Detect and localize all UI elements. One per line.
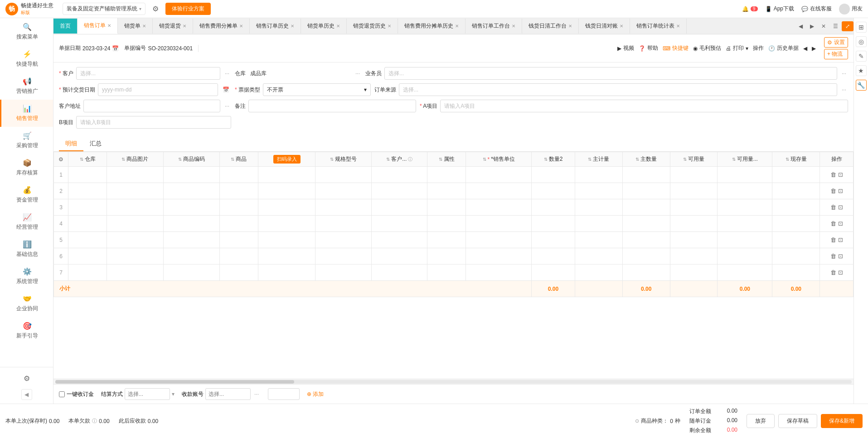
calendar-icon[interactable]: 📅 (112, 45, 119, 52)
warehouse-dots-btn[interactable]: ··· (354, 70, 362, 77)
video-btn[interactable]: ▶ 视频 (617, 44, 634, 52)
salesrep-dots-btn[interactable]: ··· (840, 70, 848, 77)
tab-expense-history[interactable]: 销售费用分摊单历史 ✕ (398, 19, 466, 34)
tab-close-invoice[interactable]: ✕ (142, 24, 146, 29)
row-delete-icon[interactable]: 🗑 (830, 204, 836, 211)
receipt-acct-dots-btn[interactable]: ··· (252, 391, 261, 397)
print-btn[interactable]: 🖨 打印 ▾ (726, 44, 748, 52)
tab-invoice[interactable]: 销货单 ✕ (118, 19, 153, 34)
tab-close-return-history[interactable]: ✕ (388, 24, 391, 29)
right-target-icon[interactable]: ◎ (856, 36, 867, 47)
tab-return-history[interactable]: 销货退货历史 ✕ (347, 19, 398, 34)
tab-close-order-history[interactable]: ✕ (291, 24, 294, 29)
tab-return[interactable]: 销货退货 ✕ (153, 19, 193, 34)
notification-btn[interactable]: 🔔 9 9 (742, 6, 758, 12)
tab-order-history[interactable]: 销售订单历史 ✕ (250, 19, 301, 34)
row-copy-icon[interactable]: ⊡ (838, 220, 843, 227)
tab-summary[interactable]: 汇总 (83, 137, 108, 151)
sidebar-item-enterprise[interactable]: 🤝 企业协同 (0, 290, 53, 317)
system-selector[interactable]: 装备及固定资产辅助管理系统 ▾ (63, 3, 145, 15)
row-copy-icon[interactable]: ⊡ (838, 269, 843, 276)
amount-input[interactable]: 0.00 (268, 388, 300, 400)
remarks-input[interactable] (248, 100, 416, 112)
customer-dots-btn[interactable]: ··· (223, 70, 231, 77)
online-service-btn[interactable]: 💬 在线客服 (801, 5, 832, 13)
horizontal-scrollbar[interactable] (53, 379, 853, 384)
operate-btn[interactable]: 操作 (753, 44, 764, 52)
help-btn[interactable]: ❓ 帮助 (639, 44, 658, 52)
tab-close-return[interactable]: ✕ (183, 24, 186, 29)
invoice-type-select[interactable]: 不开票 ▾ (263, 83, 371, 96)
receipt-acct-input[interactable] (205, 388, 251, 400)
sidebar-item-guide[interactable]: 🎯 新手引导 (0, 317, 53, 344)
sidebar-item-sales[interactable]: 📊 销售管理 (0, 100, 53, 127)
tab-close-daily-reconcile[interactable]: ✕ (620, 24, 623, 29)
row-delete-icon[interactable]: 🗑 (830, 188, 836, 194)
user-menu[interactable]: 用友 (839, 4, 863, 14)
sidebar-item-purchase[interactable]: 🛒 采购管理 (0, 127, 53, 154)
row-copy-icon[interactable]: ⊡ (838, 188, 843, 194)
row-delete-icon[interactable]: 🗑 (830, 253, 836, 260)
sidebar-item-search[interactable]: 🔍 搜索菜单 (0, 18, 53, 45)
pay-method-input[interactable] (125, 388, 170, 400)
tab-close-daily-workbench[interactable]: ✕ (568, 24, 572, 29)
pay-method-chevron-icon[interactable]: ▾ (172, 391, 175, 397)
tab-detail[interactable]: 明细 (59, 137, 83, 151)
sidebar-item-quicknav[interactable]: ⚡ 快捷导航 (0, 45, 53, 72)
quick-order-check[interactable] (59, 391, 65, 397)
add-payment-btn[interactable]: ⊕ 添加 (307, 390, 324, 398)
customer-address-input[interactable] (83, 100, 220, 112)
tab-close-expense[interactable]: ✕ (239, 24, 243, 29)
customer-input[interactable] (76, 67, 220, 80)
nav-next-btn[interactable]: ▶ (812, 45, 816, 52)
tab-sales-order[interactable]: 销售订单 ✕ (78, 18, 118, 34)
add-logistics-btn[interactable]: + 物流 (824, 49, 848, 59)
order-source-input[interactable] (399, 83, 837, 96)
salesrep-input[interactable] (384, 67, 837, 80)
order-source-dots-btn[interactable]: ··· (840, 87, 848, 93)
sidebar-item-inventory[interactable]: 📦 库存核算 (0, 154, 53, 181)
row-copy-icon[interactable]: ⊡ (838, 204, 843, 211)
profit-btn[interactable]: ◉ 毛利预估 (693, 44, 721, 52)
tab-order-workbench[interactable]: 销售订单工作台 ✕ (466, 19, 522, 34)
trial-btn[interactable]: 体验行业方案 (165, 3, 211, 15)
row-copy-icon[interactable]: ⊡ (838, 253, 843, 260)
tab-expand-btn[interactable]: ⤢ (842, 21, 853, 31)
tab-home[interactable]: 首页 (53, 19, 78, 34)
tab-close-order-workbench[interactable]: ✕ (512, 24, 515, 29)
row-copy-icon[interactable]: ⊡ (838, 236, 843, 243)
collapse-btn[interactable]: ◀ (21, 389, 32, 400)
tab-prev-btn[interactable]: ◀ (795, 21, 806, 31)
sidebar-item-finance[interactable]: 💰 资金管理 (0, 181, 53, 208)
tab-daily-workbench[interactable]: 钱货日清工作台 ✕ (522, 19, 579, 34)
quick-order-checkbox[interactable]: 一键收订金 (59, 390, 94, 398)
b-project-input[interactable] (76, 116, 231, 129)
delivery-date-input[interactable] (98, 83, 218, 96)
nav-prev-btn[interactable]: ◀ (803, 45, 807, 52)
tab-menu-btn[interactable]: ☰ (829, 21, 842, 31)
shortcut-btn[interactable]: ⌨ 快捷键 (663, 44, 689, 52)
right-star-icon[interactable]: ★ (856, 65, 867, 76)
discard-btn[interactable]: 放弃 (747, 414, 775, 428)
a-project-input[interactable] (440, 100, 848, 112)
tab-daily-reconcile[interactable]: 钱货日清对账 ✕ (579, 19, 630, 34)
right-expand-icon[interactable]: ⊞ (856, 22, 867, 33)
row-delete-icon[interactable]: 🗑 (830, 220, 836, 227)
right-edit-icon[interactable]: ✎ (856, 51, 867, 62)
history-btn[interactable]: 🕐 历史单据 (768, 44, 799, 52)
row-delete-icon[interactable]: 🗑 (830, 171, 836, 178)
sidebar-item-marketing[interactable]: 📢 营销推广 (0, 72, 53, 100)
sidebar-item-system[interactable]: ⚙️ 系统管理 (0, 263, 53, 290)
tab-expense[interactable]: 销售费用分摊单 ✕ (193, 19, 250, 34)
row-delete-icon[interactable]: 🗑 (830, 236, 836, 243)
save-draft-btn[interactable]: 保存草稿 (778, 414, 817, 428)
tab-close-stats[interactable]: ✕ (676, 24, 680, 29)
delivery-date-calendar-icon[interactable]: 📅 (221, 87, 231, 93)
sidebar-settings-icon[interactable]: ⚙ (19, 371, 34, 385)
tab-close-sales-order[interactable]: ✕ (107, 23, 111, 28)
save-new-btn[interactable]: 保存&新增 (821, 414, 863, 428)
tab-close-all-btn[interactable]: ✕ (818, 21, 829, 31)
customer-address-dots-btn[interactable]: ··· (223, 103, 231, 109)
tab-close-expense-history[interactable]: ✕ (455, 24, 459, 29)
tab-invoice-history[interactable]: 销货单历史 ✕ (301, 19, 347, 34)
